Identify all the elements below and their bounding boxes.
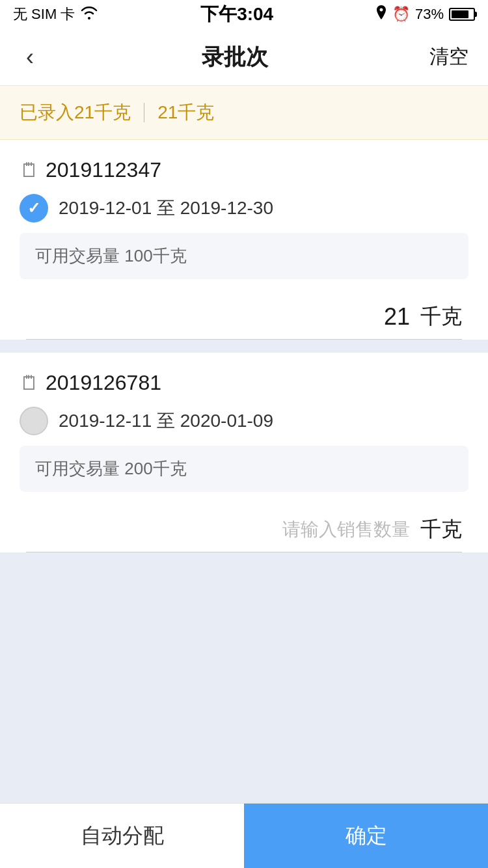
batch-date-row-2: 2019-12-11 至 2020-01-09 <box>0 401 488 446</box>
batch-date-2: 2019-12-11 至 2020-01-09 <box>59 409 273 433</box>
check-mark-1: ✓ <box>27 199 40 217</box>
battery-percent: 73% <box>415 6 444 23</box>
status-bar: 无 SIM 卡 下午3:04 ⏰ 73% <box>0 0 488 29</box>
input-unit-2: 千克 <box>420 515 462 544</box>
batch-available-1: 可用交易量 100千克 <box>20 233 468 279</box>
batch-icon-1: 🗒 <box>20 159 39 182</box>
quantity-value-1: 21 <box>384 303 410 331</box>
alarm-icon: ⏰ <box>392 6 410 23</box>
batch-date-row-1: ✓ 2019-12-01 至 2019-12-30 <box>0 189 488 233</box>
batch-card-1: 🗒 2019112347 ✓ 2019-12-01 至 2019-12-30 可… <box>0 140 488 340</box>
nav-bar: ‹ 录批次 清空 <box>0 29 488 86</box>
summary-divider <box>144 103 144 122</box>
status-right: ⏰ 73% <box>375 5 475 23</box>
batch-icon-2: 🗒 <box>20 372 39 394</box>
page-title: 录批次 <box>202 42 268 72</box>
empty-area <box>0 565 488 839</box>
section-separator-2 <box>0 552 488 565</box>
summary-label: 已录入21千克 <box>20 100 131 125</box>
status-left: 无 SIM 卡 <box>13 5 98 24</box>
batch-date-1: 2019-12-01 至 2019-12-30 <box>59 196 273 221</box>
batch-header-1: 🗒 2019112347 <box>0 140 488 189</box>
summary-value: 21千克 <box>157 100 214 125</box>
battery-icon <box>449 8 475 21</box>
content: 🗒 2019112347 ✓ 2019-12-01 至 2019-12-30 可… <box>0 140 488 868</box>
summary-bar: 已录入21千克 21千克 <box>0 86 488 140</box>
radio-unchecked-2[interactable] <box>20 407 48 435</box>
batch-id-2: 2019126781 <box>46 371 161 395</box>
confirm-button[interactable]: 确定 <box>244 804 488 868</box>
bottom-bar: 自动分配 确定 <box>0 803 488 868</box>
quantity-row-1: 21 千克 <box>0 292 488 336</box>
quantity-unit-1: 千克 <box>420 303 462 331</box>
location-icon <box>375 5 387 23</box>
clear-button[interactable]: 清空 <box>429 44 468 70</box>
section-separator <box>0 340 488 353</box>
batch-card-2: 🗒 2019126781 2019-12-11 至 2020-01-09 可用交… <box>0 353 488 552</box>
back-button[interactable]: ‹ <box>20 37 40 77</box>
batch-available-2: 可用交易量 200千克 <box>20 446 468 492</box>
status-time: 下午3:04 <box>200 2 273 27</box>
batch-header-2: 🗒 2019126781 <box>0 353 488 401</box>
input-placeholder-2: 请输入销售数量 <box>282 517 410 542</box>
auto-distribute-button[interactable]: 自动分配 <box>0 804 244 868</box>
radio-checked-1[interactable]: ✓ <box>20 194 48 223</box>
sim-label: 无 SIM 卡 <box>13 5 75 24</box>
batch-id-1: 2019112347 <box>46 158 161 182</box>
input-row-2: 请输入销售数量 千克 <box>0 505 488 549</box>
wifi-icon <box>80 5 98 23</box>
